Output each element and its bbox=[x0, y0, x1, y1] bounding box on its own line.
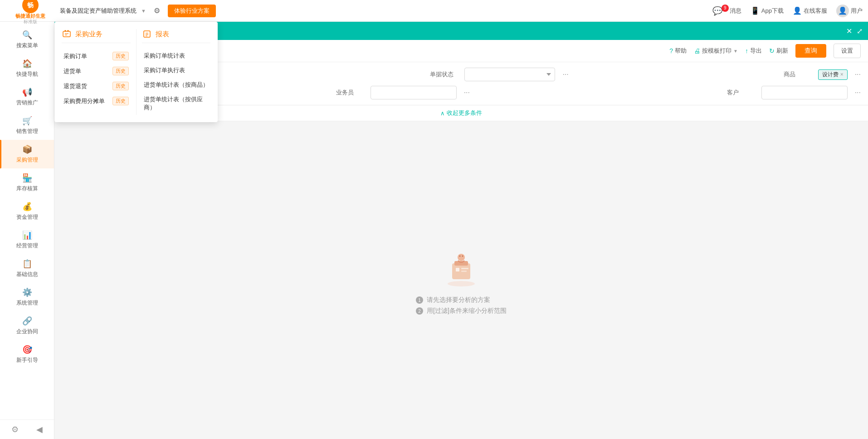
sidebar-item-inventory[interactable]: 🏪 库存核算 bbox=[0, 168, 54, 197]
sidebar-item-sales[interactable]: 🛒 销售管理 bbox=[0, 111, 54, 140]
print-dropdown-icon: ▼ bbox=[733, 49, 738, 54]
dropdown-purchase-col: 采购业务 采购订单 历史 进货单 历史 退货退货 历史 采购费用分摊单 历史 bbox=[62, 29, 131, 115]
svg-point-10 bbox=[462, 256, 463, 257]
dropdown-report-goods-by-product[interactable]: 进货单统计表（按商品） bbox=[142, 78, 211, 92]
dropdown-goods-receipt[interactable]: 进货单 历史 bbox=[62, 64, 131, 79]
settings-icon[interactable]: ⚙ bbox=[151, 5, 163, 17]
hint-2-text: 用[过滤]条件来缩小分析范围 bbox=[427, 307, 507, 315]
sidebar-item-quick-nav[interactable]: 🏠 快捷导航 bbox=[0, 54, 54, 83]
goods-more-icon[interactable]: ··· bbox=[855, 70, 861, 79]
tab-bar-actions: ✕ ⤢ bbox=[846, 27, 868, 35]
dropdown-report-purchase-exec[interactable]: 采购订单执行表 bbox=[142, 63, 211, 78]
basic-info-icon: 📋 bbox=[22, 259, 32, 269]
sidebar-item-basic-info[interactable]: 📋 基础信息 bbox=[0, 254, 54, 283]
dropdown-report-purchase-stats[interactable]: 采购订单统计表 bbox=[142, 49, 211, 63]
sidebar-label-marketing: 营销推广 bbox=[16, 99, 38, 107]
refresh-button[interactable]: ↻ 刷新 bbox=[769, 47, 788, 55]
svg-point-9 bbox=[459, 256, 461, 257]
sidebar-item-operations[interactable]: 📊 经营管理 bbox=[0, 226, 54, 254]
user-avatar-button[interactable]: 👤 用户 bbox=[836, 5, 863, 17]
help-button[interactable]: ? 帮助 bbox=[669, 47, 687, 55]
home-icon: 🏠 bbox=[22, 59, 32, 69]
sidebar-item-system[interactable]: ⚙️ 系统管理 bbox=[0, 283, 54, 311]
help-icon: ? bbox=[669, 47, 673, 54]
collapse-arrow-icon: ∧ bbox=[440, 110, 445, 117]
salesperson-more-icon[interactable]: ··· bbox=[464, 89, 470, 97]
sales-icon: 🛒 bbox=[22, 116, 32, 126]
hint-2-icon: 2 bbox=[416, 307, 423, 315]
system-arrow-icon[interactable]: ▼ bbox=[141, 8, 146, 14]
topbar-right: 💬 9 消息 📱 App下载 👤 在线客服 👤 用户 bbox=[712, 5, 863, 17]
help-label: 帮助 bbox=[675, 47, 687, 55]
goods-label: 商品 bbox=[784, 70, 811, 79]
sidebar-item-marketing[interactable]: 📢 营销推广 bbox=[0, 83, 54, 111]
dropdown-report-goods-by-supplier[interactable]: 进货单统计表（按供应商） bbox=[142, 92, 211, 115]
goods-tag-close-icon[interactable]: × bbox=[840, 71, 844, 78]
salesperson-label: 业务员 bbox=[336, 89, 363, 97]
sidebar-item-finance[interactable]: 💰 资金管理 bbox=[0, 197, 54, 226]
collapse-label: 收起更多条件 bbox=[447, 109, 482, 117]
message-icon: 💬 bbox=[712, 6, 722, 16]
purchase-expense-label: 采购费用分摊单 bbox=[63, 97, 105, 105]
purchase-icon: 📦 bbox=[22, 144, 32, 154]
customer-input[interactable] bbox=[761, 86, 848, 99]
export-button[interactable]: ↑ 导出 bbox=[745, 47, 762, 55]
svg-rect-11 bbox=[63, 31, 70, 37]
setting-button[interactable]: 设置 bbox=[834, 44, 861, 58]
sidebar-label-enterprise: 企业协同 bbox=[16, 328, 38, 335]
sidebar-item-search[interactable]: 🔍 搜索菜单 bbox=[0, 25, 54, 54]
experience-button[interactable]: 体验行业方案 bbox=[168, 5, 216, 17]
report-goods-by-supplier-label: 进货单统计表（按供应商） bbox=[144, 95, 209, 112]
sidebar-item-purchase[interactable]: 📦 采购管理 bbox=[0, 140, 54, 168]
service-label: 在线客服 bbox=[804, 7, 827, 15]
goods-return-label: 退货退货 bbox=[63, 82, 87, 90]
empty-hint-2: 2 用[过滤]条件来缩小分析范围 bbox=[416, 307, 507, 315]
sidebar-label-guide: 新手引导 bbox=[16, 356, 38, 364]
svg-rect-6 bbox=[461, 268, 468, 269]
tab-close-window-icon[interactable]: ✕ bbox=[846, 27, 852, 35]
sidebar-item-guide[interactable]: 🎯 新手引导 bbox=[0, 340, 54, 369]
query-button[interactable]: 查询 bbox=[795, 44, 826, 58]
sidebar-collapse-button[interactable]: ◀ bbox=[36, 424, 43, 434]
sidebar-settings-button[interactable]: ⚙ bbox=[11, 424, 19, 434]
customer-more-icon[interactable]: ··· bbox=[855, 89, 861, 97]
dropdown-purchase-order[interactable]: 采购订单 历史 bbox=[62, 49, 131, 64]
empty-illustration bbox=[439, 245, 484, 291]
app-label: App下载 bbox=[761, 7, 784, 15]
goods-receipt-badge: 历史 bbox=[112, 67, 129, 75]
svg-text:畅: 畅 bbox=[27, 1, 34, 9]
purchase-order-badge: 历史 bbox=[112, 52, 129, 60]
tab-fullscreen-icon[interactable]: ⤢ bbox=[857, 27, 863, 35]
message-button[interactable]: 💬 9 消息 bbox=[712, 6, 741, 16]
sidebar-item-enterprise[interactable]: 🔗 企业协同 bbox=[0, 311, 54, 340]
dropdown-columns: 采购业务 采购订单 历史 进货单 历史 退货退货 历史 采购费用分摊单 历史 bbox=[62, 29, 210, 115]
dropdown-purchase-expense[interactable]: 采购费用分摊单 历史 bbox=[62, 94, 131, 109]
doc-status-select-wrap bbox=[464, 68, 555, 81]
svg-rect-5 bbox=[456, 268, 459, 271]
doc-status-more-icon[interactable]: ··· bbox=[562, 70, 568, 79]
empty-state: 1 请先选择要分析的方案 2 用[过滤]条件来缩小分析范围 bbox=[54, 121, 868, 439]
print-template-button[interactable]: 🖨 按模板打印 ▼ bbox=[694, 47, 738, 55]
system-info: 装备及固定资产辅助管理系统 ▼ ⚙ 体验行业方案 bbox=[55, 5, 712, 17]
report-col-icon bbox=[142, 29, 152, 39]
sidebar-label-operations: 经营管理 bbox=[16, 242, 38, 250]
hint-1-icon: 1 bbox=[416, 296, 423, 304]
topbar: 畅 畅捷通好生意 标准版 装备及固定资产辅助管理系统 ▼ ⚙ 体验行业方案 💬 … bbox=[0, 0, 868, 22]
goods-tag: 设计费 × bbox=[818, 69, 848, 80]
export-icon: ↑ bbox=[745, 47, 748, 54]
purchase-order-label: 采购订单 bbox=[63, 52, 87, 60]
report-goods-by-product-label: 进货单统计表（按商品） bbox=[144, 81, 209, 89]
doc-status-select[interactable] bbox=[464, 68, 555, 81]
goods-tag-text: 设计费 bbox=[822, 71, 839, 79]
sidebar-label-purchase: 采购管理 bbox=[16, 156, 38, 164]
refresh-icon: ↻ bbox=[769, 47, 775, 54]
online-service-button[interactable]: 👤 在线客服 bbox=[793, 6, 827, 15]
salesperson-input[interactable] bbox=[371, 86, 457, 99]
purchase-expense-badge: 历史 bbox=[112, 97, 129, 105]
sidebar-label-basic-info: 基础信息 bbox=[16, 271, 38, 278]
app-download-button[interactable]: 📱 App下载 bbox=[751, 6, 784, 15]
dropdown-goods-return[interactable]: 退货退货 历史 bbox=[62, 79, 131, 94]
sidebar-label-finance: 资金管理 bbox=[16, 213, 38, 221]
sidebar-bottom: ⚙ ◀ bbox=[0, 419, 54, 439]
goods-receipt-label: 进货单 bbox=[63, 67, 81, 75]
